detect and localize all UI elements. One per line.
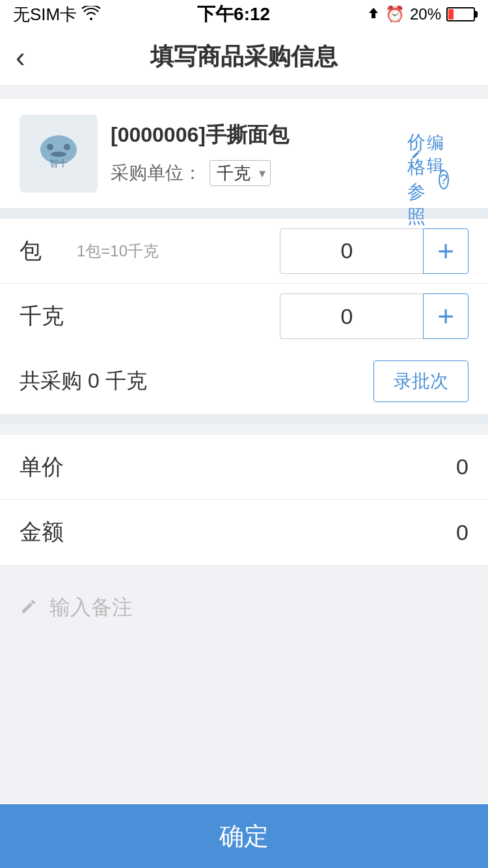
unit-price-value: 0 (456, 454, 468, 480)
svg-text:智十: 智十 (49, 158, 68, 169)
total-amount: 0 (88, 369, 100, 392)
battery-text: 20% (410, 5, 441, 23)
page-title: 填写商品采购信息 (150, 41, 338, 73)
total-prefix: 共采购 (20, 369, 82, 392)
edit-button[interactable]: 编辑 (411, 131, 449, 177)
section-separator-2 (0, 414, 488, 424)
kg-input-row: 千克 + (0, 284, 488, 349)
pencil-icon (20, 595, 39, 621)
kg-label: 千克 (20, 301, 72, 331)
location-icon (367, 5, 380, 23)
wifi-icon (82, 5, 100, 25)
alarm-icon: ⏰ (385, 5, 405, 23)
remark-section[interactable]: 输入备注 (0, 575, 488, 640)
bao-label: 包 (20, 236, 72, 266)
bao-input[interactable] (280, 228, 423, 274)
back-button[interactable]: ‹ (16, 43, 25, 72)
amount-row: 金额 0 (0, 500, 488, 565)
amount-value: 0 (456, 520, 468, 545)
carrier-text: 无SIM卡 (13, 3, 77, 26)
svg-point-2 (64, 144, 70, 150)
confirm-button[interactable]: 确定 (0, 804, 488, 868)
status-time: 下午6:12 (197, 2, 270, 27)
product-thumbnail: 智十 (20, 115, 98, 193)
total-text: 共采购 0 千克 (20, 367, 147, 396)
kg-input-wrap: + (280, 293, 468, 339)
nav-bar: ‹ 填写商品采购信息 (0, 29, 488, 86)
edit-label: 编辑 (427, 131, 449, 177)
purchase-unit-label: 采购单位： (111, 161, 202, 185)
bao-sublabel: 1包=10千克 (77, 241, 159, 262)
unit-price-row: 单价 0 (0, 435, 488, 500)
price-section: 单价 0 金额 0 (0, 435, 488, 565)
batch-button[interactable]: 录批次 (373, 360, 468, 402)
product-logo: 智十 (36, 131, 81, 176)
unit-select[interactable]: 千克 包 (210, 160, 271, 186)
kg-input[interactable] (280, 293, 423, 339)
status-bar: 无SIM卡 下午6:12 ⏰ 20% (0, 0, 488, 29)
status-right: ⏰ 20% (367, 5, 475, 23)
total-suffix: 千克 (105, 369, 147, 392)
svg-point-3 (51, 152, 66, 157)
status-left: 无SIM卡 (13, 3, 100, 26)
svg-point-1 (47, 144, 53, 150)
unit-price-label: 单价 (20, 452, 64, 482)
bao-plus-button[interactable]: + (423, 228, 468, 274)
bao-input-wrap: + (280, 228, 468, 274)
total-row: 共采购 0 千克 录批次 (0, 349, 488, 414)
amount-label: 金额 (20, 517, 64, 547)
product-card: 智十 [0000006]手撕面包 采购单位： 千克 包 价格参照 ? (0, 99, 488, 208)
remark-placeholder: 输入备注 (49, 593, 133, 622)
input-section: 包 1包=10千克 + 千克 + (0, 219, 488, 349)
unit-select-wrap[interactable]: 千克 包 (210, 160, 271, 186)
kg-plus-button[interactable]: + (423, 293, 468, 339)
battery-icon (446, 7, 475, 21)
